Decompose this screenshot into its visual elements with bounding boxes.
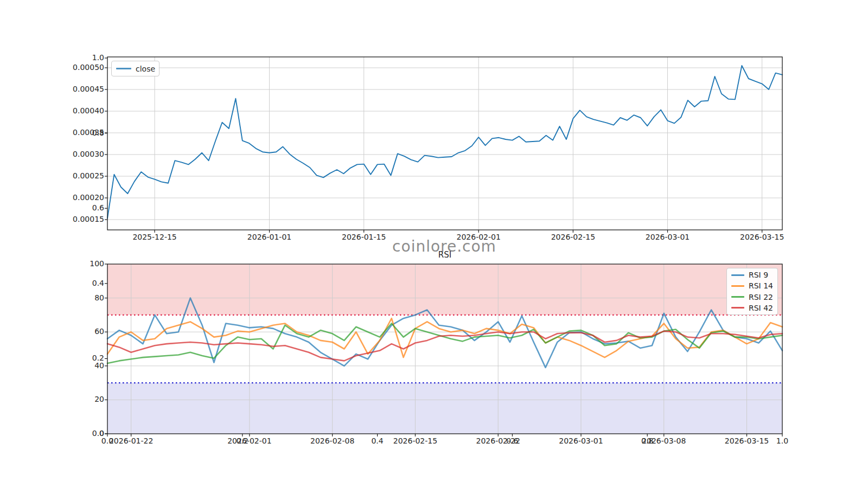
legend-line-swatch bbox=[731, 307, 744, 309]
price-ytick-label: 0.00030 bbox=[73, 150, 104, 159]
legend-entry: RSI 22 bbox=[731, 293, 773, 301]
price-axes-frame bbox=[107, 57, 782, 230]
rsi-xtick-label: 2026-02-15 bbox=[393, 436, 437, 446]
legend-label: RSI 14 bbox=[749, 281, 773, 290]
hidden-xtick-label: 0.0 bbox=[101, 436, 113, 446]
legend-line-swatch bbox=[731, 274, 744, 276]
hidden-ytick-label: 0.8 bbox=[92, 129, 104, 138]
hidden-ytick-label: 1.0 bbox=[92, 53, 104, 62]
price-ytick-label: 0.00015 bbox=[73, 215, 104, 224]
rsi-ytick-label: 80 bbox=[94, 293, 104, 303]
legend-entry: RSI 42 bbox=[731, 304, 773, 312]
hidden-ytick-label: 0.4 bbox=[92, 279, 104, 288]
price-ytick-label: 0.00040 bbox=[73, 106, 104, 115]
price-xtick-label: 2026-02-15 bbox=[551, 233, 595, 242]
rsi-xtick-label: 2026-02-01 bbox=[227, 436, 271, 446]
rsi-title: RSI bbox=[438, 250, 451, 260]
legend-label: RSI 42 bbox=[749, 304, 773, 312]
figure: 0.000500.000450.000400.000350.000300.000… bbox=[0, 0, 868, 488]
rsi-line-2 bbox=[107, 318, 782, 357]
legend-entry: RSI 14 bbox=[731, 281, 773, 290]
price-legend: close bbox=[111, 61, 159, 76]
price-ytick-label: 0.00045 bbox=[73, 85, 104, 94]
rsi-xtick-label: 2026-03-01 bbox=[559, 436, 603, 446]
rsi-ytick-label: 100 bbox=[90, 259, 104, 268]
legend-line-swatch bbox=[116, 68, 131, 69]
price-ytick-label: 0.00025 bbox=[73, 171, 104, 181]
hidden-xtick-label: 0.2 bbox=[237, 436, 248, 446]
rsi-xtick-label: 2026-02-08 bbox=[310, 436, 354, 446]
price-xtick-label: 2026-03-01 bbox=[646, 233, 690, 242]
legend-entry: RSI 9 bbox=[731, 271, 773, 279]
legend-entry: close bbox=[116, 65, 155, 73]
oversold-band bbox=[107, 383, 782, 434]
legend-label: close bbox=[136, 65, 155, 73]
rsi-xtick-label: 2026-01-22 bbox=[109, 436, 153, 446]
hidden-xtick-label: 0.6 bbox=[506, 436, 518, 446]
price-xtick-label: 2026-03-15 bbox=[740, 233, 784, 242]
rsi-ytick-label: 20 bbox=[94, 395, 104, 404]
legend-line-swatch bbox=[731, 296, 744, 298]
rsi-xtick-label: 2026-03-15 bbox=[725, 436, 769, 446]
price-ytick-label: 0.00050 bbox=[73, 63, 104, 72]
rsi-legend: RSI 9RSI 14RSI 22RSI 42 bbox=[726, 268, 778, 315]
hidden-xtick-label: 0.4 bbox=[371, 436, 383, 446]
hidden-xtick-label: 1.0 bbox=[776, 436, 788, 446]
legend-line-swatch bbox=[731, 285, 744, 287]
hidden-ytick-label: 0.6 bbox=[92, 203, 104, 213]
price-xtick-label: 2026-01-01 bbox=[247, 233, 291, 242]
price-ytick-label: 0.00020 bbox=[73, 193, 104, 202]
overbought-band bbox=[107, 264, 782, 315]
hidden-ytick-label: 0.2 bbox=[92, 354, 104, 363]
close-line bbox=[107, 66, 782, 219]
hidden-xtick-label: 0.8 bbox=[641, 436, 653, 446]
legend-label: RSI 22 bbox=[749, 293, 773, 301]
price-xtick-label: 2025-12-15 bbox=[132, 233, 176, 242]
price-xtick-label: 2026-01-15 bbox=[342, 233, 386, 242]
rsi-ytick-label: 60 bbox=[94, 327, 104, 336]
legend-label: RSI 9 bbox=[749, 271, 768, 279]
